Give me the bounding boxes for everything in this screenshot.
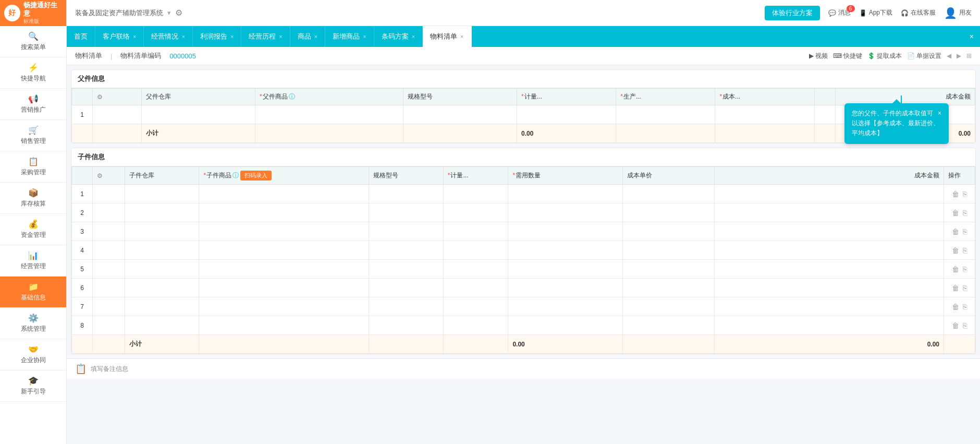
delete-icon[interactable]: 🗑 xyxy=(952,246,959,255)
child-row-unit-price[interactable] xyxy=(623,316,715,335)
sidebar-item-finance[interactable]: 💰 资金管理 xyxy=(0,214,66,245)
sidebar-item-system[interactable]: ⚙️ 系统管理 xyxy=(0,308,66,339)
sidebar-item-inventory[interactable]: 📦 库存核算 xyxy=(0,183,66,214)
child-row-quantity[interactable] xyxy=(508,260,623,279)
sidebar-item-purchase[interactable]: 📋 采购管理 xyxy=(0,151,66,183)
tab-operations-status[interactable]: 经营情况 × xyxy=(144,26,192,47)
child-row-spec[interactable] xyxy=(369,185,443,203)
close-all-tabs-button[interactable]: × xyxy=(963,32,980,41)
child-row-goods[interactable] xyxy=(199,279,369,297)
trial-button[interactable]: 体验行业方案 xyxy=(765,6,820,20)
tab-close-icon[interactable]: × xyxy=(181,33,185,40)
child-row-spec[interactable] xyxy=(369,316,443,335)
breadcrumb-page-name[interactable]: 物料清单 xyxy=(75,51,102,61)
sidebar-item-cooperation[interactable]: 🤝 企业协同 xyxy=(0,339,66,370)
tab-close-icon[interactable]: × xyxy=(363,33,366,40)
child-row-quantity[interactable] xyxy=(508,203,623,222)
child-row-goods[interactable] xyxy=(199,203,369,222)
child-row-warehouse[interactable] xyxy=(125,279,199,297)
child-row-warehouse[interactable] xyxy=(125,260,199,279)
child-row-unit-price[interactable] xyxy=(623,185,715,203)
child-row-warehouse[interactable] xyxy=(125,316,199,335)
child-row-quantity[interactable] xyxy=(508,241,623,260)
child-row-unit-price[interactable] xyxy=(623,297,715,316)
child-row-unit-price[interactable] xyxy=(623,203,715,222)
tab-profit-report[interactable]: 利润报告 × xyxy=(193,26,241,47)
copy-icon[interactable]: ⎘ xyxy=(963,303,967,311)
child-row-warehouse[interactable] xyxy=(125,203,199,222)
sidebar-item-basic-info[interactable]: 📁 基础信息 xyxy=(0,277,66,308)
parent-row-cost[interactable] xyxy=(715,105,814,124)
delete-icon[interactable]: 🗑 xyxy=(952,227,959,236)
user-button[interactable]: 👤 用友 xyxy=(944,7,972,19)
tab-barcode[interactable]: 条码方案 × xyxy=(374,26,423,47)
child-row-unit[interactable] xyxy=(443,185,508,203)
parent-row-unit[interactable] xyxy=(517,105,616,124)
tooltip-close-button[interactable]: × xyxy=(938,109,941,118)
copy-icon[interactable]: ⎘ xyxy=(963,209,967,217)
child-row-goods[interactable] xyxy=(199,260,369,279)
nav-prev-button[interactable]: ◀ xyxy=(947,52,951,59)
sidebar-item-marketing[interactable]: 📢 营销推广 xyxy=(0,89,66,120)
delete-icon[interactable]: 🗑 xyxy=(952,265,959,273)
sidebar-item-shortcut[interactable]: ⚡ 快捷导航 xyxy=(0,57,66,89)
copy-icon[interactable]: ⎘ xyxy=(963,265,967,273)
parent-row-spec[interactable] xyxy=(403,105,517,124)
tab-close-icon[interactable]: × xyxy=(460,33,463,40)
app-download-button[interactable]: 📱 App下载 xyxy=(859,8,892,17)
child-row-unit[interactable] xyxy=(443,260,508,279)
child-row-goods[interactable] xyxy=(199,185,369,203)
child-row-unit-price[interactable] xyxy=(623,260,715,279)
tab-goods[interactable]: 商品 × xyxy=(290,26,325,47)
child-row-goods[interactable] xyxy=(199,222,369,241)
tab-close-icon[interactable]: × xyxy=(279,33,282,40)
child-row-quantity[interactable] xyxy=(508,185,623,203)
copy-icon[interactable]: ⎘ xyxy=(963,190,967,198)
child-row-quantity[interactable] xyxy=(508,279,623,297)
tab-close-icon[interactable]: × xyxy=(230,33,234,40)
child-row-quantity[interactable] xyxy=(508,222,623,241)
sidebar-item-search[interactable]: 🔍 搜索菜单 xyxy=(0,26,66,57)
child-row-spec[interactable] xyxy=(369,203,443,222)
child-row-warehouse[interactable] xyxy=(125,185,199,203)
delete-icon[interactable]: 🗑 xyxy=(952,209,959,217)
copy-icon[interactable]: ⎘ xyxy=(963,321,967,330)
parent-row-production[interactable] xyxy=(616,105,715,124)
delete-icon[interactable]: 🗑 xyxy=(952,321,959,330)
delete-icon[interactable]: 🗑 xyxy=(952,303,959,311)
grid-view-button[interactable]: ⊞ xyxy=(966,52,972,59)
tab-add-goods[interactable]: 新增商品 × xyxy=(325,26,374,47)
tab-close-icon[interactable]: × xyxy=(133,33,136,40)
sidebar-item-sales[interactable]: 🛒 销售管理 xyxy=(0,120,66,151)
sidebar-item-guide[interactable]: 🎓 新手引导 xyxy=(0,370,66,402)
parent-th-settings[interactable]: ⚙ xyxy=(93,89,142,105)
child-row-warehouse[interactable] xyxy=(125,241,199,260)
child-row-spec[interactable] xyxy=(369,279,443,297)
delete-icon[interactable]: 🗑 xyxy=(952,190,959,198)
child-row-unit[interactable] xyxy=(443,203,508,222)
child-row-spec[interactable] xyxy=(369,222,443,241)
tab-bom[interactable]: 物料清单 × xyxy=(423,26,471,47)
tab-customer[interactable]: 客户联络 × xyxy=(95,26,144,47)
child-row-goods[interactable] xyxy=(199,316,369,335)
settings-icon[interactable]: ⚙ xyxy=(175,8,182,18)
extract-cost-button[interactable]: 💲 提取成本 xyxy=(867,52,902,61)
dropdown-icon[interactable]: ▾ xyxy=(167,9,171,17)
sidebar-item-operations[interactable]: 📊 经营管理 xyxy=(0,245,66,277)
shortcut-button[interactable]: ⌨ 快捷键 xyxy=(833,52,862,61)
online-service-button[interactable]: 🎧 在线客服 xyxy=(901,8,936,17)
tab-home[interactable]: 首页 xyxy=(67,26,95,47)
child-row-goods[interactable] xyxy=(199,297,369,316)
child-row-unit[interactable] xyxy=(443,222,508,241)
child-row-unit-price[interactable] xyxy=(623,241,715,260)
child-row-goods[interactable] xyxy=(199,241,369,260)
tab-close-icon[interactable]: × xyxy=(314,33,317,40)
delete-icon[interactable]: 🗑 xyxy=(952,284,959,292)
parent-row-goods[interactable] xyxy=(255,105,403,124)
child-row-unit-price[interactable] xyxy=(623,279,715,297)
view-button[interactable]: ▶ 视频 xyxy=(809,52,828,61)
child-row-unit[interactable] xyxy=(443,241,508,260)
copy-icon[interactable]: ⎘ xyxy=(963,246,967,255)
single-settings-button[interactable]: 📄 单据设置 xyxy=(907,52,941,61)
child-row-unit[interactable] xyxy=(443,297,508,316)
